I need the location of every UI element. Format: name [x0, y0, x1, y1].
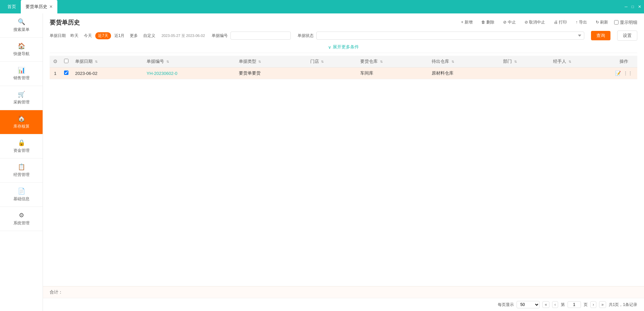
col-dept: 部门 ⇅: [500, 56, 550, 68]
table-settings-icon[interactable]: ⚙: [53, 58, 57, 64]
row-edit-icon[interactable]: 📝: [615, 71, 621, 76]
page-input[interactable]: [568, 301, 581, 308]
row-number-link[interactable]: YH-20230602-0: [147, 71, 177, 76]
date-btn-7days[interactable]: 近7天: [95, 32, 111, 39]
last-page-btn[interactable]: »: [599, 301, 606, 308]
doc-number-filter-group: 单据编号: [212, 32, 291, 40]
sidebar-label-inventory: 库存核算: [13, 124, 30, 129]
sidebar-label-search-menu: 搜索菜单: [13, 27, 30, 33]
row-req-warehouse: 车间库: [357, 68, 428, 79]
page-suffix: 页: [584, 302, 588, 308]
date-btn-more[interactable]: 更多: [128, 32, 140, 39]
table-row: 1 2023-06-02 YH-20230602-0 要货单要货 车间库 原材料…: [50, 68, 637, 79]
data-table: ⚙ 单据日期 ⇅ 单据编号 ⇅: [50, 56, 637, 79]
sidebar-item-inventory[interactable]: 🏠 库存核算: [0, 110, 43, 134]
row-handler: [550, 68, 610, 79]
page-header: 要货单历史 + 新增 🗑 删除 ⊘ 中止 ⊘ 取消中止 🖨 打印 ↑ 导出 ↻ …: [43, 13, 644, 27]
sort-date-icon[interactable]: ⇅: [95, 60, 98, 63]
query-button[interactable]: 查询: [591, 31, 610, 40]
tab-requisition-history[interactable]: 要货单历史 ✕: [21, 0, 57, 13]
col-number: 单据编号 ⇅: [143, 56, 235, 68]
row-checkbox-cell: [61, 68, 72, 79]
sidebar-item-system[interactable]: ⚙ 系统管理: [0, 207, 43, 231]
display-detail-checkbox[interactable]: 显示明细: [614, 19, 637, 26]
date-range-buttons: 昨天 今天 近7天 近1月 更多 自定义: [68, 32, 157, 39]
sidebar-item-search-menu[interactable]: 🔍 搜索菜单: [0, 13, 43, 38]
chart-icon: 📊: [18, 66, 25, 74]
sidebar-item-finance[interactable]: 🔒 资金管理: [0, 134, 43, 159]
next-page-btn[interactable]: ›: [590, 301, 596, 308]
sidebar-item-basic-info[interactable]: 📄 基础信息: [0, 183, 43, 207]
sort-dept-icon[interactable]: ⇅: [514, 60, 517, 63]
expand-more-btn[interactable]: ∨ 展开更多条件: [50, 44, 637, 50]
settings-filter-button[interactable]: 设置: [617, 31, 637, 41]
sidebar-label-system: 系统管理: [13, 220, 30, 226]
sidebar: 🔍 搜索菜单 🏠 快捷导航 📊 销售管理 🛒 采购管理 🏠 库存核算 🔒 资金管…: [0, 13, 43, 311]
chevron-down-icon: ∨: [328, 45, 331, 50]
sidebar-label-sales: 销售管理: [13, 75, 30, 81]
sort-handler-icon[interactable]: ⇅: [569, 60, 571, 63]
date-btn-yesterday[interactable]: 昨天: [68, 32, 80, 39]
pagination-total: 共1页，1条记录: [609, 302, 637, 308]
row-dept: [500, 68, 550, 79]
row-more-icon[interactable]: ⋮⋮: [623, 71, 633, 76]
col-store: 门店 ⇅: [307, 56, 357, 68]
close-tab-icon[interactable]: ✕: [49, 4, 53, 9]
sidebar-item-sales[interactable]: 📊 销售管理: [0, 62, 43, 86]
col-req-warehouse: 要货仓库 ⇅: [357, 56, 428, 68]
stop-button[interactable]: ⊘ 中止: [500, 18, 518, 27]
delete-button[interactable]: 🗑 删除: [479, 18, 497, 27]
tab-home[interactable]: 首页: [3, 0, 21, 13]
doc-number-label: 单据编号: [212, 33, 228, 39]
sort-store-icon[interactable]: ⇅: [321, 60, 324, 63]
doc-status-label: 单据状态: [298, 33, 314, 39]
sidebar-item-operations[interactable]: 📋 经营管理: [0, 159, 43, 183]
display-detail-input[interactable]: [614, 20, 619, 25]
date-btn-today[interactable]: 今天: [82, 32, 94, 39]
close-window-btn[interactable]: ✕: [638, 4, 641, 9]
date-filter-label: 单据日期: [50, 33, 66, 39]
doc-status-select[interactable]: [316, 32, 584, 40]
row-number: YH-20230602-0: [143, 68, 235, 79]
filter-row-1: 单据日期 昨天 今天 近7天 近1月 更多 自定义 2023-05-27 至 2…: [50, 31, 637, 41]
col-pending-warehouse: 待出仓库 ⇅: [428, 56, 500, 68]
refresh-button[interactable]: ↻ 刷新: [593, 18, 611, 27]
row-index: 1: [50, 68, 61, 79]
sidebar-item-quick-nav[interactable]: 🏠 快捷导航: [0, 38, 43, 62]
home-icon: 🏠: [18, 42, 25, 50]
doc-status-filter-group: 单据状态: [298, 32, 584, 40]
print-button[interactable]: 🖨 打印: [551, 18, 570, 27]
select-all-checkbox[interactable]: [64, 59, 68, 63]
col-checkbox: [61, 56, 72, 68]
row-type: 要货单要货: [235, 68, 307, 79]
first-page-btn[interactable]: «: [542, 301, 549, 308]
top-bar: 首页 要货单历史 ✕ ─ □ ✕: [0, 0, 644, 13]
filter-divider: [50, 53, 637, 53]
per-page-select[interactable]: 10 20 50 100: [517, 301, 540, 308]
date-btn-1month[interactable]: 近1月: [112, 32, 127, 39]
sort-type-icon[interactable]: ⇅: [258, 60, 261, 63]
page-title: 要货单历史: [50, 18, 80, 27]
maximize-btn[interactable]: □: [632, 4, 634, 9]
minimize-btn[interactable]: ─: [625, 4, 628, 9]
col-date: 单据日期 ⇅: [72, 56, 143, 68]
col-handler: 经手人 ⇅: [550, 56, 610, 68]
new-button[interactable]: + 新增: [459, 18, 475, 27]
doc-number-input[interactable]: [230, 32, 291, 40]
sidebar-item-purchase[interactable]: 🛒 采购管理: [0, 86, 43, 110]
cancel-stop-button[interactable]: ⊘ 取消中止: [522, 18, 548, 27]
sort-pending-warehouse-icon[interactable]: ⇅: [451, 60, 454, 63]
lock-icon: 🔒: [18, 139, 25, 146]
main-layout: 🔍 搜索菜单 🏠 快捷导航 📊 销售管理 🛒 采购管理 🏠 库存核算 🔒 资金管…: [0, 13, 644, 311]
col-settings: ⚙: [50, 56, 61, 68]
prev-page-btn[interactable]: ‹: [552, 301, 558, 308]
sort-number-icon[interactable]: ⇅: [166, 60, 169, 63]
export-button[interactable]: ↑ 导出: [573, 18, 589, 27]
table-body: 1 2023-06-02 YH-20230602-0 要货单要货 车间库 原材料…: [50, 68, 637, 79]
content-area: 要货单历史 + 新增 🗑 删除 ⊘ 中止 ⊘ 取消中止 🖨 打印 ↑ 导出 ↻ …: [43, 13, 644, 311]
table-header: ⚙ 单据日期 ⇅ 单据编号 ⇅: [50, 56, 637, 68]
row-checkbox[interactable]: [64, 71, 68, 75]
sort-req-warehouse-icon[interactable]: ⇅: [380, 60, 383, 63]
cart-icon: 🛒: [18, 91, 25, 98]
date-btn-custom[interactable]: 自定义: [141, 32, 157, 39]
